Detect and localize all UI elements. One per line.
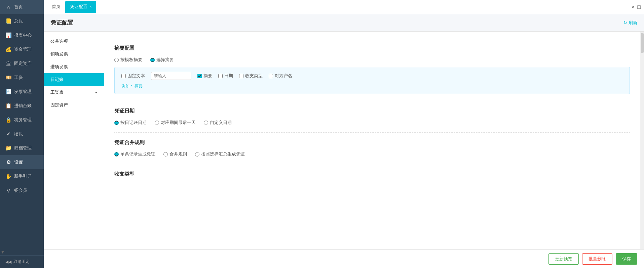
- sidebar-scroll-down[interactable]: ▼: [0, 249, 44, 255]
- sidebar-icon-archive: 📁: [5, 145, 11, 151]
- tab-close-voucher[interactable]: ×: [89, 5, 91, 9]
- section-date-title: 凭证日期: [114, 108, 630, 114]
- merge-radio-group: 单条记录生成凭证 合并规则 按照选择汇总生成凭证: [114, 151, 630, 157]
- radio-custom-date-input[interactable]: [204, 121, 208, 125]
- fixed-text-input[interactable]: [151, 72, 191, 80]
- radio-journal-date-input[interactable]: [114, 121, 119, 125]
- close-window-btn[interactable]: ×: [632, 4, 635, 10]
- sidebar-item-home[interactable]: ⌂首页: [0, 0, 44, 14]
- checkbox-fixed-text-input[interactable]: [121, 74, 126, 78]
- left-nav-label-sales: 销项发票: [50, 51, 68, 57]
- checkbox-abstract[interactable]: 摘要: [197, 73, 212, 79]
- sidebar-label-funds: 资金管理: [14, 46, 32, 52]
- sidebar-icon-funds: 💰: [5, 46, 11, 52]
- radio-template-abstract[interactable]: 按模板摘要: [114, 57, 142, 63]
- radio-custom-date[interactable]: 自定义日期: [204, 120, 232, 126]
- radio-merge-rule[interactable]: 合并规则: [163, 151, 187, 157]
- sidebar-item-funds[interactable]: 💰资金管理: [0, 42, 44, 56]
- tab-home[interactable]: 首页: [47, 1, 65, 13]
- sidebar-item-settings[interactable]: ⚙设置: [0, 155, 44, 169]
- sidebar-item-vip[interactable]: V畅会员: [0, 183, 44, 197]
- left-nav-item-public[interactable]: 公共选项: [44, 35, 104, 48]
- sidebar-item-guide[interactable]: ✋新手引导: [0, 169, 44, 183]
- checkbox-counterpart[interactable]: 对方户名: [269, 73, 292, 79]
- update-preview-button[interactable]: 更新预览: [548, 253, 579, 265]
- radio-select-merge-input[interactable]: [195, 152, 199, 157]
- radio-period-last[interactable]: 对应期间最后一天: [155, 120, 196, 126]
- sidebar-icon-guide: ✋: [5, 173, 11, 179]
- sidebar-label-tax: 税务管理: [14, 117, 32, 123]
- radio-template-abstract-input[interactable]: [114, 58, 119, 62]
- tab-label-voucher: 凭证配置: [70, 4, 87, 10]
- sidebar-icon-ledger: 📒: [5, 18, 11, 24]
- section-income-type: 收支类型: [114, 164, 630, 189]
- left-nav-item-sales[interactable]: 销项发票: [44, 48, 104, 60]
- sidebar-label-purchase: 进销台账: [14, 103, 32, 109]
- left-nav-label-journal: 日记账: [50, 77, 64, 83]
- radio-single-input[interactable]: [114, 152, 119, 157]
- checkbox-date-input[interactable]: [218, 74, 223, 78]
- sidebar-icon-settings: ⚙: [5, 159, 11, 165]
- refresh-button[interactable]: ↻ 刷新: [623, 20, 637, 26]
- checkbox-abstract-input[interactable]: [197, 74, 202, 78]
- pin-icon: ◀◀: [5, 260, 11, 264]
- sidebar-item-invoice[interactable]: 🧾发票管理: [0, 85, 44, 99]
- abstract-radio-group: 按模板摘要 选择摘要: [114, 57, 630, 63]
- left-nav-item-fixed_assets[interactable]: 固定资产: [44, 99, 104, 111]
- left-nav-item-journal[interactable]: 日记账: [44, 73, 104, 86]
- sidebar-icon-home: ⌂: [5, 4, 11, 10]
- bulk-delete-button[interactable]: 批量删除: [582, 253, 612, 265]
- scroll-thumb[interactable]: [641, 33, 644, 53]
- pin-label: 取消固定: [13, 259, 30, 265]
- left-nav-label-payroll: 工资表: [50, 89, 64, 95]
- save-button[interactable]: 保存: [616, 253, 637, 265]
- checkbox-fixed-text[interactable]: 固定文本: [121, 73, 145, 79]
- tab-voucher[interactable]: 凭证配置×: [65, 1, 96, 13]
- checkbox-date[interactable]: 日期: [218, 73, 233, 79]
- radio-journal-date[interactable]: 按日记账日期: [114, 120, 147, 126]
- sidebar-item-settle[interactable]: ✔结账: [0, 127, 44, 141]
- radio-select-abstract[interactable]: 选择摘要: [150, 57, 174, 63]
- example-text: 例如： 摘要: [121, 83, 623, 89]
- sidebar-item-archive[interactable]: 📁归档管理: [0, 141, 44, 155]
- checkbox-income-type-input[interactable]: [239, 74, 243, 78]
- left-nav: 公共选项销项发票进项发票日记账工资表▾固定资产: [44, 32, 104, 249]
- tab-label-home: 首页: [52, 4, 61, 10]
- sidebar-label-reports: 报表中心: [14, 32, 32, 38]
- tab-bar-actions: × □: [632, 4, 641, 10]
- sidebar-label-home: 首页: [14, 4, 23, 10]
- radio-select-abstract-input[interactable]: [150, 58, 155, 62]
- sidebar-item-ledger[interactable]: 📒总账: [0, 14, 44, 28]
- sidebar-label-vip: 畅会员: [14, 187, 27, 193]
- sidebar-icon-salary: 💴: [5, 75, 11, 81]
- main-area: 首页凭证配置× × □ 凭证配置 ↻ 刷新 公共选项销项发票进项发票日记账工资表…: [44, 0, 644, 268]
- sidebar-item-purchase[interactable]: 📋进销台账: [0, 99, 44, 113]
- body-layout: 公共选项销项发票进项发票日记账工资表▾固定资产 摘要配置 按模板摘要 选择摘要: [44, 32, 644, 249]
- checkbox-counterpart-input[interactable]: [269, 74, 273, 78]
- checkbox-row: 固定文本 摘要 日期: [121, 72, 623, 80]
- sidebar-item-tax[interactable]: 🔒税务管理: [0, 113, 44, 127]
- refresh-label: 刷新: [629, 20, 637, 26]
- sidebar-label-settle: 结账: [14, 131, 23, 137]
- sidebar-icon-reports: 📊: [5, 32, 11, 38]
- sidebar-pin-toggle[interactable]: ◀◀ 取消固定: [0, 255, 44, 268]
- restore-window-btn[interactable]: □: [637, 4, 641, 10]
- content-wrapper: 凭证配置 ↻ 刷新 公共选项销项发票进项发票日记账工资表▾固定资产 摘要配置: [44, 14, 644, 268]
- radio-period-last-input[interactable]: [155, 121, 159, 125]
- sidebar-label-guide: 新手引导: [14, 173, 32, 179]
- left-nav-label-public: 公共选项: [50, 38, 68, 44]
- left-nav-item-purchase_inv[interactable]: 进项发票: [44, 60, 104, 73]
- radio-merge-rule-input[interactable]: [163, 152, 168, 157]
- chevron-down-icon: ▾: [95, 90, 97, 95]
- sidebar-item-reports[interactable]: 📊报表中心: [0, 28, 44, 42]
- radio-single[interactable]: 单条记录生成凭证: [114, 151, 155, 157]
- left-nav-item-payroll[interactable]: 工资表▾: [44, 86, 104, 99]
- checkbox-income-type[interactable]: 收支类型: [239, 73, 263, 79]
- sidebar-item-salary[interactable]: 💴工资: [0, 71, 44, 85]
- radio-select-merge[interactable]: 按照选择汇总生成凭证: [195, 151, 245, 157]
- sidebar-item-assets[interactable]: 🏛固定资产: [0, 56, 44, 71]
- page-title: 凭证配置: [50, 19, 73, 27]
- left-nav-label-purchase_inv: 进项发票: [50, 64, 68, 70]
- section-date: 凭证日期 按日记账日期 对应期间最后一天 自定义日期: [114, 101, 630, 133]
- section-abstract-title: 摘要配置: [114, 45, 630, 51]
